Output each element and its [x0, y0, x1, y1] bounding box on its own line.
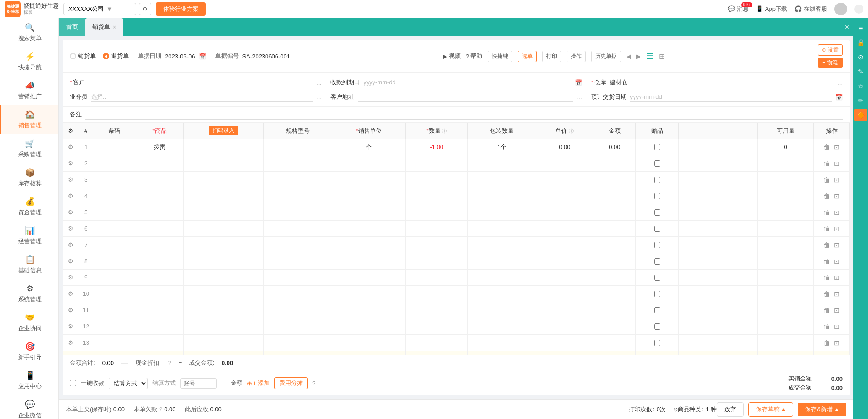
sidebar-item-system[interactable]: ⚙ 系统管理 [0, 279, 58, 308]
save-new-button[interactable]: 保存&新增 ▲ [798, 403, 846, 416]
row-unit-cell[interactable] [332, 155, 406, 172]
right-panel-icon-1[interactable]: ≡ [854, 22, 867, 34]
row-quantity-cell[interactable] [406, 302, 468, 318]
row-amount-cell[interactable] [593, 270, 636, 286]
gift-checkbox[interactable] [654, 193, 660, 199]
view-list-icon[interactable]: ☰ [646, 51, 654, 61]
row-amount-cell[interactable] [593, 253, 636, 270]
row-product-cell[interactable] [136, 302, 184, 318]
row-unit-price-cell[interactable] [536, 318, 593, 335]
row-pack-qty-cell[interactable] [468, 302, 536, 318]
radio-return-order[interactable]: 退货单 [103, 52, 129, 60]
row-quantity-cell[interactable] [406, 286, 468, 302]
copy-row-icon[interactable]: ⊡ [834, 339, 839, 347]
row-quantity-cell[interactable] [406, 253, 468, 270]
row-barcode-cell[interactable] [93, 221, 136, 237]
form-settings-button[interactable]: ⊙ 设置 [818, 44, 843, 56]
copy-row-icon[interactable]: ⊡ [834, 307, 839, 314]
row-barcode-cell[interactable] [93, 155, 136, 172]
row-amount-cell[interactable]: 0.00 [593, 139, 636, 155]
salesperson-input[interactable] [91, 92, 313, 102]
right-panel-icon-4[interactable]: ✎ [854, 65, 867, 78]
row-gift-cell[interactable] [636, 139, 679, 155]
expense-split-button[interactable]: 费用分摊 [274, 377, 308, 389]
row-gift-cell[interactable] [636, 253, 679, 270]
row-product-cell[interactable] [136, 204, 184, 221]
row-unit-cell[interactable] [332, 253, 406, 270]
row-settings-cell[interactable]: ⚙ [63, 155, 79, 172]
row-spec-cell[interactable] [264, 155, 332, 172]
row-unit-price-cell[interactable] [536, 253, 593, 270]
gift-checkbox[interactable] [654, 160, 660, 167]
row-quantity-cell[interactable]: -1.00 [406, 139, 468, 155]
row-barcode-cell[interactable] [93, 270, 136, 286]
copy-row-icon[interactable]: ⊡ [834, 225, 839, 232]
gift-checkbox[interactable] [654, 323, 660, 330]
row-gift-cell[interactable] [636, 302, 679, 318]
copy-row-icon[interactable]: ⊡ [834, 176, 839, 183]
row-pack-qty-cell[interactable] [468, 188, 536, 204]
warehouse-dots-icon[interactable]: ... [838, 79, 843, 86]
row-unit-cell[interactable] [332, 286, 406, 302]
row-pack-qty-cell[interactable] [468, 286, 536, 302]
select-button[interactable]: 选单 [518, 51, 537, 62]
row-spec-cell[interactable] [264, 335, 332, 351]
row-spec-cell[interactable] [264, 286, 332, 302]
radio-sales-order[interactable]: 销货单 [70, 52, 96, 60]
sidebar-item-apps[interactable]: 📱 应用中心 [0, 366, 58, 395]
row-spec-cell[interactable] [264, 253, 332, 270]
copy-row-icon[interactable]: ⊡ [834, 193, 839, 200]
row-barcode-cell[interactable] [93, 318, 136, 335]
expected-delivery-input[interactable] [630, 92, 832, 102]
row-pack-qty-cell[interactable] [468, 318, 536, 335]
delete-row-icon[interactable]: 🗑 [824, 225, 830, 232]
copy-row-icon[interactable]: ⊡ [834, 144, 839, 151]
right-panel-icon-2[interactable]: 🔒 [854, 36, 867, 49]
row-quantity-cell[interactable] [406, 221, 468, 237]
row-settings-cell[interactable]: ⚙ [63, 237, 79, 253]
row-product-cell[interactable] [136, 188, 184, 204]
one-click-checkbox[interactable] [70, 380, 76, 386]
video-button[interactable]: ▶ 视频 [443, 52, 461, 60]
account-input[interactable] [180, 378, 217, 389]
row-unit-cell[interactable] [332, 237, 406, 253]
row-unit-cell[interactable] [332, 221, 406, 237]
row-gift-cell[interactable] [636, 286, 679, 302]
row-barcode-cell[interactable] [93, 335, 136, 351]
message-button[interactable]: 💬 消息 99+ [728, 5, 749, 13]
tab-home[interactable]: 首页 [59, 18, 85, 36]
row-gift-cell[interactable] [636, 270, 679, 286]
row-quantity-cell[interactable] [406, 237, 468, 253]
customer-dots-icon[interactable]: ... [316, 79, 321, 86]
user-avatar[interactable] [834, 3, 847, 15]
right-panel-icon-5[interactable]: ☆ [854, 80, 867, 92]
sidebar-item-sales[interactable]: 🏠 销售管理 [0, 105, 58, 134]
view-grid-icon[interactable]: ⊞ [659, 52, 665, 61]
scan-button[interactable]: 扫码录入 [209, 126, 238, 135]
row-unit-cell[interactable] [332, 302, 406, 318]
row-amount-cell[interactable] [593, 302, 636, 318]
row-barcode-cell[interactable] [93, 237, 136, 253]
row-gift-cell[interactable] [636, 155, 679, 172]
row-product-cell[interactable] [136, 270, 184, 286]
delete-row-icon[interactable]: 🗑 [824, 176, 830, 183]
app-download-button[interactable]: 📱 App下载 [756, 5, 787, 13]
payment-due-input[interactable] [364, 77, 571, 87]
row-gift-cell[interactable] [636, 172, 679, 188]
gift-checkbox[interactable] [654, 177, 660, 183]
delete-row-icon[interactable]: 🗑 [824, 307, 830, 314]
row-pack-qty-cell[interactable] [468, 237, 536, 253]
delete-row-icon[interactable]: 🗑 [824, 258, 830, 265]
row-settings-cell[interactable]: ⚙ [63, 172, 79, 188]
row-settings-cell[interactable]: ⚙ [63, 139, 79, 155]
sidebar-item-marketing[interactable]: 📣 营销推广 [0, 76, 58, 105]
history-button[interactable]: 历史单据 [591, 51, 621, 62]
delete-row-icon[interactable]: 🗑 [824, 290, 830, 298]
help-button[interactable]: ? 帮助 [466, 52, 482, 60]
delete-row-icon[interactable]: 🗑 [824, 339, 830, 347]
row-settings-cell[interactable]: ⚙ [63, 253, 79, 270]
account-dots-icon[interactable]: ... [221, 380, 226, 387]
row-amount-cell[interactable] [593, 318, 636, 335]
copy-row-icon[interactable]: ⊡ [834, 258, 839, 265]
row-barcode-cell[interactable] [93, 188, 136, 204]
